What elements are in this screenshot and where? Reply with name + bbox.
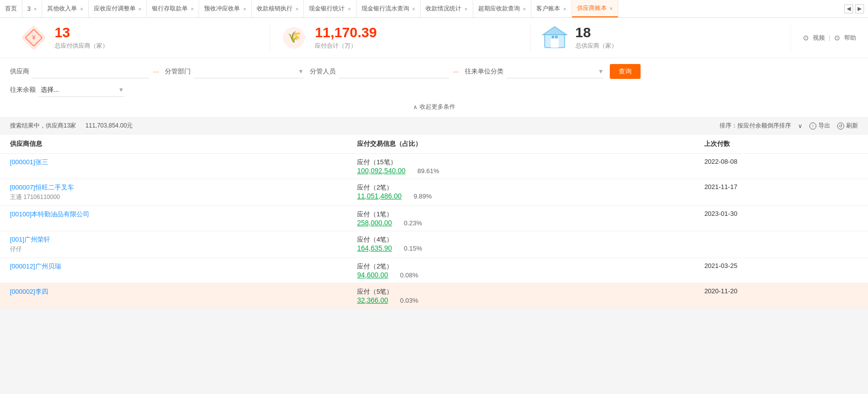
- top-right-links: ⊙ 视频 | ⊙ 帮助: [791, 34, 858, 42]
- supplier-link[interactable]: [000002]李四: [10, 288, 48, 295]
- toolbar: 排序：按应付余额倒序排序 ∨ ↑ 导出 ↺ 刷新: [720, 122, 858, 130]
- nav-tab-supplier-book[interactable]: 供应商账本 ×: [572, 0, 618, 17]
- nav-tab-other-income[interactable]: 其他收入单 ×: [42, 0, 88, 17]
- table-row: [000001]张三应付（15笔）100,092,540.0089.61%202…: [0, 154, 868, 179]
- nav-tab-overdue-ar-close[interactable]: ×: [523, 6, 526, 12]
- stat-block-payable-suppliers: ¥ 13 总应付供应商（家）: [10, 24, 270, 52]
- supplier-link[interactable]: [001]广州荣轩: [10, 236, 50, 243]
- nav-tab-customer-book-close[interactable]: ×: [563, 6, 566, 12]
- help-link[interactable]: 帮助: [844, 34, 856, 42]
- nav-tab-3[interactable]: 3 ×: [22, 0, 42, 17]
- nav-tab-bank-deposit[interactable]: 银行存取款单 ×: [147, 0, 199, 17]
- table-container: 供应商信息 应付交易信息（占比） 上次付数 [000001]张三应付（15笔）1…: [0, 134, 868, 309]
- filter-category-label: 往来单位分类: [465, 67, 504, 76]
- nav-tab-customer-book[interactable]: 客户账本 ×: [531, 0, 572, 17]
- export-icon: ↑: [809, 123, 816, 130]
- supplier-link[interactable]: [000012]广州贝瑞: [10, 263, 61, 270]
- tx-amount-row: 11,051,486.009.89%: [357, 192, 684, 200]
- transaction-cell: 应付（1笔）258,000.000.23%: [347, 206, 694, 231]
- nav-tab-home[interactable]: 首页: [0, 0, 22, 17]
- table-row: [000007]恒旺二手叉车王通 17106110000应付（2笔）11,051…: [0, 179, 868, 206]
- svg-marker-6: [543, 27, 567, 35]
- tx-amount-link[interactable]: 11,051,486.00: [357, 192, 402, 200]
- sort-dropdown[interactable]: ∨: [798, 123, 802, 130]
- supplier-link[interactable]: [000001]张三: [10, 158, 48, 166]
- tx-amount-row: 164,635.900.15%: [357, 244, 684, 252]
- tx-amount-link[interactable]: 258,000.00: [357, 219, 392, 227]
- collapse-area: ∧ 收起更多条件: [10, 101, 858, 113]
- nav-tab-bank-deposit-label: 银行存取款单: [152, 4, 188, 13]
- nav-tab-collection-verify-close[interactable]: ×: [295, 6, 298, 12]
- nav-tab-overdue-ar[interactable]: 超期应收款查询 ×: [473, 0, 531, 17]
- sort-arrow: ∨: [798, 123, 802, 130]
- supplier-link[interactable]: [000007]恒旺二手叉车: [10, 184, 74, 191]
- stat-label-payable-suppliers: 总应付供应商（家）: [55, 42, 108, 50]
- nav-tab-bank-deposit-close[interactable]: ×: [191, 6, 194, 12]
- last-pay-date: 2021-03-25: [704, 262, 737, 269]
- nav-tab-prepay-ar[interactable]: 预收冲应收单 ×: [199, 0, 251, 17]
- collapse-button[interactable]: ∧ 收起更多条件: [10, 101, 858, 113]
- nav-tab-other-income-close[interactable]: ×: [80, 6, 83, 12]
- supplier-sub-info: 王通 17106110000: [10, 193, 337, 201]
- filter-balance-select[interactable]: 选择...: [39, 86, 118, 93]
- supplier-link[interactable]: [00100]本特勤油品有限公司: [10, 210, 89, 218]
- nav-tab-other-income-label: 其他收入单: [47, 4, 77, 13]
- video-link[interactable]: 视频: [813, 34, 825, 42]
- nav-tab-supplier-book-label: 供应商账本: [577, 4, 607, 12]
- last-payment-cell: [694, 231, 868, 258]
- nav-tab-supplier-book-close[interactable]: ×: [610, 5, 613, 11]
- nav-tab-3-close[interactable]: ×: [34, 6, 37, 12]
- nav-tab-cash-bank-stat[interactable]: 现金银行统计 ×: [304, 0, 356, 17]
- refresh-button[interactable]: ↺ 刷新: [837, 122, 858, 130]
- tx-percent: 89.61%: [418, 167, 439, 175]
- filter-dept: 分管部门 ▼: [165, 65, 304, 78]
- tx-amount-link[interactable]: 32,366.00: [357, 296, 388, 304]
- export-label: 导出: [818, 122, 830, 130]
- query-button[interactable]: 查询: [610, 64, 641, 79]
- last-payment-cell: 2020-11-20: [694, 283, 868, 309]
- filter-row-1: 供应商 ··· 分管部门 ▼ 分管人员 ··· 往来单位分类: [10, 64, 858, 79]
- supplier-sub-info: 仔仔: [10, 245, 337, 254]
- last-payment-cell: 2022-08-08: [694, 154, 868, 179]
- tx-label: 应付（15笔）: [357, 158, 684, 167]
- table-row: [000002]李四应付（5笔）32,366.000.03%2020-11-20: [0, 283, 868, 309]
- tx-amount-link[interactable]: 100,092,540.00: [357, 167, 405, 175]
- stat-block-amount: 🌾 11,170.39 应付合计（万）: [270, 24, 530, 52]
- nav-tab-collection-stat-close[interactable]: ×: [464, 6, 467, 12]
- supplier-ellipsis-btn[interactable]: ···: [153, 67, 159, 75]
- tx-label: 应付（1笔）: [357, 210, 684, 219]
- supplier-cell: [00100]本特勤油品有限公司: [0, 206, 347, 231]
- result-prefix: 搜索结果中，供应商13家: [10, 122, 76, 129]
- supplier-cell: [000001]张三: [0, 154, 347, 179]
- last-pay-date: 2023-01-30: [704, 210, 737, 217]
- nav-tab-prepay-ar-close[interactable]: ×: [243, 6, 246, 12]
- nav-arrow-left[interactable]: ◀: [844, 4, 853, 13]
- stat-text-total-suppliers: 18 总供应商（家）: [576, 25, 617, 50]
- tx-amount-link[interactable]: 164,635.90: [357, 244, 392, 252]
- nav-tab-cash-bank-flow-close[interactable]: ×: [412, 6, 415, 12]
- nav-arrow-right[interactable]: ▶: [855, 4, 864, 13]
- nav-tab-ar-ap-adjust[interactable]: 应收应付调整单 ×: [89, 0, 147, 17]
- stats-bar: ¥ 13 总应付供应商（家） 🌾 11,170.39 应付合计（万）: [0, 18, 868, 58]
- last-payment-cell: 2021-03-25: [694, 258, 868, 283]
- nav-tab-cash-bank-flow[interactable]: 现金银行流水查询 ×: [357, 0, 421, 17]
- filter-dept-select[interactable]: [194, 67, 298, 75]
- transaction-cell: 应付（15笔）100,092,540.0089.61%: [347, 154, 694, 179]
- transaction-cell: 应付（5笔）32,366.000.03%: [347, 283, 694, 309]
- filter-supplier-input[interactable]: [32, 65, 149, 78]
- tx-label: 应付（5笔）: [357, 287, 684, 296]
- nav-tab-ar-ap-adjust-close[interactable]: ×: [139, 6, 142, 12]
- tx-percent: 0.15%: [404, 245, 422, 252]
- nav-tab-collection-stat[interactable]: 收款情况统计 ×: [421, 0, 473, 17]
- nav-tab-collection-verify[interactable]: 收款核销执行 ×: [252, 0, 304, 17]
- svg-rect-7: [551, 39, 559, 48]
- stat-number-payable-suppliers: 13: [55, 25, 108, 41]
- filter-person-input[interactable]: [339, 65, 449, 78]
- nav-tab-cash-bank-stat-close[interactable]: ×: [348, 6, 351, 12]
- filter-category-select[interactable]: [506, 67, 598, 75]
- person-ellipsis-btn[interactable]: ···: [453, 67, 459, 75]
- transaction-cell: 应付（2笔）94,600.000.08%: [347, 258, 694, 283]
- tx-amount-link[interactable]: 94,600.00: [357, 271, 388, 279]
- export-button[interactable]: ↑ 导出: [809, 122, 830, 130]
- table-row: [000012]广州贝瑞应付（2笔）94,600.000.08%2021-03-…: [0, 258, 868, 283]
